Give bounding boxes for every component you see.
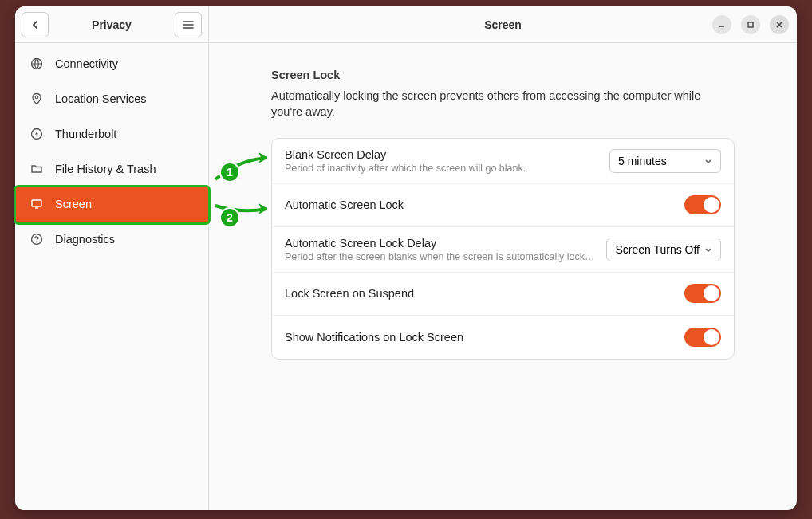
monitor-icon — [30, 198, 44, 210]
sidebar-item-thunderbolt[interactable]: Thunderbolt — [15, 116, 208, 151]
sidebar-list: Connectivity Location Services Thunderbo… — [15, 43, 208, 257]
window-controls — [712, 15, 789, 34]
maximize-button[interactable] — [741, 15, 760, 34]
row-label: Lock Screen on Suspend — [285, 287, 684, 300]
row-show-notifications: Show Notifications on Lock Screen — [272, 316, 734, 359]
sidebar-item-label: Connectivity — [55, 57, 118, 70]
section-description: Automatically locking the screen prevent… — [271, 88, 735, 120]
page-title: Screen — [484, 18, 522, 31]
help-icon — [30, 233, 44, 246]
sidebar: Privacy Connectivity Location Services T… — [15, 6, 209, 510]
content: Screen Lock Automatically locking the sc… — [209, 43, 797, 375]
chevron-down-icon — [704, 246, 712, 254]
row-blank-screen-delay: Blank Screen Delay Period of inactivity … — [272, 139, 734, 184]
settings-window: Privacy Connectivity Location Services T… — [15, 6, 797, 510]
back-button[interactable] — [22, 12, 49, 37]
row-text: Lock Screen on Suspend — [285, 287, 684, 300]
row-text: Blank Screen Delay Period of inactivity … — [285, 148, 609, 174]
svg-point-1 — [35, 96, 38, 99]
row-label: Blank Screen Delay — [285, 148, 609, 161]
globe-icon — [30, 57, 44, 70]
sidebar-item-label: Location Services — [55, 92, 146, 105]
thunderbolt-icon — [30, 128, 44, 140]
blank-delay-dropdown[interactable]: 5 minutes — [609, 149, 721, 173]
lock-suspend-toggle[interactable] — [684, 284, 721, 303]
svg-rect-3 — [32, 200, 41, 206]
hamburger-icon — [183, 20, 194, 29]
sidebar-header: Privacy — [15, 6, 208, 43]
row-text: Show Notifications on Lock Screen — [285, 331, 684, 344]
auto-lock-toggle[interactable] — [684, 195, 721, 214]
row-sub: Period of inactivity after which the scr… — [285, 163, 609, 174]
dropdown-value: 5 minutes — [618, 155, 667, 167]
row-auto-lock: Automatic Screen Lock — [272, 184, 734, 227]
folder-icon — [30, 163, 44, 175]
sidebar-item-connectivity[interactable]: Connectivity — [15, 46, 208, 81]
dropdown-value: Screen Turns Off — [615, 243, 700, 256]
hamburger-button[interactable] — [175, 12, 202, 37]
sidebar-item-diagnostics[interactable]: Diagnostics — [15, 222, 208, 257]
location-icon — [30, 92, 44, 105]
sidebar-item-screen[interactable]: Screen — [15, 187, 208, 222]
row-label: Automatic Screen Lock Delay — [285, 237, 606, 250]
chevron-down-icon — [704, 157, 712, 165]
row-text: Automatic Screen Lock — [285, 199, 684, 211]
show-notifications-toggle[interactable] — [684, 328, 721, 347]
minimize-icon — [718, 21, 726, 29]
sidebar-item-label: Diagnostics — [55, 233, 115, 246]
close-button[interactable] — [770, 15, 789, 34]
row-label: Show Notifications on Lock Screen — [285, 331, 684, 344]
auto-lock-delay-dropdown[interactable]: Screen Turns Off — [606, 238, 721, 261]
main-panel: Screen Screen Lock Automatically locking… — [209, 6, 797, 510]
row-label: Automatic Screen Lock — [285, 199, 684, 211]
chevron-left-icon — [30, 20, 40, 29]
main-header: Screen — [209, 6, 797, 43]
row-lock-suspend: Lock Screen on Suspend — [272, 273, 734, 316]
settings-list: Blank Screen Delay Period of inactivity … — [271, 138, 735, 360]
svg-point-5 — [36, 242, 37, 242]
row-auto-lock-delay: Automatic Screen Lock Delay Period after… — [272, 227, 734, 273]
sidebar-item-location[interactable]: Location Services — [15, 81, 208, 116]
sidebar-item-label: Screen — [55, 198, 92, 210]
sidebar-item-file-history[interactable]: File History & Trash — [15, 151, 208, 187]
svg-point-4 — [32, 234, 42, 245]
sidebar-title: Privacy — [49, 18, 175, 31]
section-title: Screen Lock — [271, 69, 735, 81]
maximize-icon — [747, 21, 755, 29]
sidebar-item-label: File History & Trash — [55, 163, 156, 175]
minimize-button[interactable] — [712, 15, 731, 34]
close-icon — [775, 21, 783, 29]
svg-rect-6 — [748, 22, 753, 27]
row-text: Automatic Screen Lock Delay Period after… — [285, 237, 606, 262]
sidebar-item-label: Thunderbolt — [55, 128, 116, 140]
row-sub: Period after the screen blanks when the … — [285, 251, 606, 262]
